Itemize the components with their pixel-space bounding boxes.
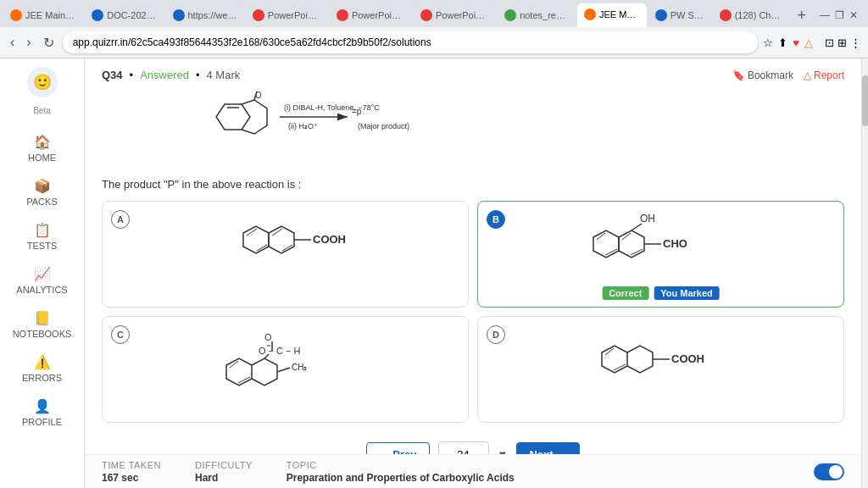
omnibox-bar: ‹ › ↻ ☆ ⬆ ♥ △ ⊡ ⊞ ⋮: [0, 27, 868, 58]
tab-ppt1[interactable]: PowerPoint Pres:: [246, 3, 328, 27]
meta-sep1: •: [130, 69, 134, 81]
topic-label: TOPIC: [287, 460, 515, 470]
bookmark-star-icon[interactable]: ☆: [763, 36, 773, 49]
tests-icon: 📋: [34, 222, 51, 238]
option-a[interactable]: A COOH: [102, 201, 469, 308]
notebooks-icon: 📒: [34, 310, 51, 326]
tab-ppt3[interactable]: PowerPoint Pres:: [414, 3, 496, 27]
svg-text:(ii) H₃O⁺: (ii) H₃O⁺: [288, 122, 318, 130]
report-button[interactable]: △ Report: [804, 69, 844, 81]
time-taken-label: TIME TAKEN: [102, 460, 161, 470]
svg-text:O: O: [255, 91, 262, 100]
restore-icon[interactable]: ❐: [835, 9, 844, 21]
split-icon[interactable]: ⊡: [825, 36, 834, 49]
topic-value: Preparation and Properties of Carboxylic…: [287, 472, 515, 484]
question-actions: 🔖 Bookmark △ Report: [732, 69, 844, 81]
sidebar-item-home[interactable]: 🏠 HOME: [4, 127, 81, 169]
app-container: 🙂 Beta 🏠 HOME 📦 PACKS 📋 TESTS 📈 ANALYTIC…: [0, 58, 868, 488]
beta-label: Beta: [33, 106, 51, 115]
svg-marker-12: [269, 226, 294, 253]
svg-text:CH₃: CH₃: [292, 363, 307, 372]
scrollbar-thumb[interactable]: [862, 75, 868, 126]
svg-text:COOH: COOH: [671, 352, 704, 365]
reload-button[interactable]: ↻: [40, 33, 58, 53]
options-grid: A COOH: [102, 201, 844, 423]
dropdown-icon[interactable]: ▼: [498, 448, 509, 455]
sidebar-label-errors: ERRORS: [22, 373, 62, 383]
address-bar[interactable]: [63, 31, 759, 53]
errors-icon: ⚠️: [34, 354, 51, 370]
option-b-svg: OH CHO: [568, 212, 754, 297]
close-icon[interactable]: ✕: [849, 9, 858, 21]
stats-row: TIME TAKEN 167 sec DIFFICULTY Hard TOPIC…: [85, 454, 861, 488]
report-label: Report: [814, 69, 844, 81]
bookmark-button[interactable]: 🔖 Bookmark: [732, 69, 793, 81]
sidebar-item-errors[interactable]: ⚠️ ERRORS: [4, 347, 81, 390]
main-panel: Q34 • Answered • 4 Mark 🔖 Bookmark △ Rep…: [85, 58, 861, 488]
question-header: Q34 • Answered • 4 Mark 🔖 Bookmark △ Rep…: [102, 69, 844, 81]
navigation-footer: ← Prev ▼ Next →: [102, 435, 844, 454]
sidebar-item-tests[interactable]: 📋 TESTS: [4, 215, 81, 258]
topic-toggle[interactable]: [814, 463, 844, 480]
sidebar-item-profile[interactable]: 👤 PROFILE: [4, 391, 81, 434]
tab-doc[interactable]: DOC-20230121·: [85, 3, 164, 27]
badges: Correct You Marked: [602, 286, 720, 300]
tab-pw[interactable]: PW Saarthi: [648, 3, 711, 27]
tab-notes[interactable]: notes_realtime_: [498, 3, 576, 27]
tab-bar: JEE Main 2022 ( DOC-20230121· https://we…: [0, 0, 868, 27]
minimize-icon[interactable]: —: [820, 9, 830, 21]
tab-jee-active[interactable]: JEE Main 20:: [577, 3, 647, 27]
sidebar-item-notebooks[interactable]: 📒 NOTEBOOKS: [4, 303, 81, 346]
option-d-label: D: [487, 325, 505, 344]
window-controls: — ❐ ✕: [813, 9, 865, 21]
tab-ppt2[interactable]: PowerPoint Pres:: [330, 3, 412, 27]
sidebar: 🙂 Beta 🏠 HOME 📦 PACKS 📋 TESTS 📈 ANALYTIC…: [0, 58, 85, 488]
sidebar-label-analytics: ANALYTICS: [16, 285, 67, 295]
content-area: Q34 • Answered • 4 Mark 🔖 Bookmark △ Rep…: [85, 58, 861, 454]
packs-icon: 📦: [34, 178, 51, 194]
share-icon[interactable]: ⬆: [778, 36, 787, 49]
bookmark-label: Bookmark: [748, 69, 793, 81]
sidebar-item-packs[interactable]: 📦 PACKS: [4, 171, 81, 214]
question-status: Answered: [140, 69, 189, 81]
tab-jee-main[interactable]: JEE Main 2022 (: [3, 3, 83, 27]
option-a-label: A: [111, 210, 130, 229]
home-icon: 🏠: [34, 134, 51, 150]
svg-line-37: [277, 368, 290, 372]
new-tab-button[interactable]: +: [792, 7, 811, 25]
next-button[interactable]: Next →: [516, 442, 580, 455]
sidebar-label-profile: PROFILE: [22, 417, 62, 427]
sidebar-label-home: HOME: [28, 152, 56, 163]
menu-icon[interactable]: ⋮: [850, 36, 861, 49]
bookmark-icon: 🔖: [732, 69, 745, 81]
topic-group: TOPIC Preparation and Properties of Carb…: [287, 460, 844, 484]
svg-marker-39: [602, 346, 627, 373]
question-mark: 4 Mark: [207, 69, 241, 81]
difficulty-label: DIFFICULTY: [195, 460, 253, 470]
tab-chem[interactable]: (128) Chemistry: [713, 3, 791, 27]
page-input[interactable]: [438, 441, 489, 454]
forward-button[interactable]: ›: [23, 33, 34, 52]
correct-badge: Correct: [602, 286, 648, 300]
heart-icon: ♥: [793, 36, 799, 49]
tab-web[interactable]: https://web.clas:: [166, 3, 244, 27]
option-d[interactable]: D COOH: [477, 316, 844, 423]
sidebar-item-analytics[interactable]: 📈 ANALYTICS: [4, 259, 81, 302]
prev-button[interactable]: ← Prev: [366, 442, 430, 455]
profile-icon: 👤: [34, 398, 51, 414]
scrollbar[interactable]: [861, 58, 868, 488]
marked-badge: You Marked: [654, 286, 720, 300]
omnibox-actions: ☆ ⬆ ♥ △: [763, 36, 813, 49]
difficulty-group: DIFFICULTY Hard: [195, 460, 253, 484]
back-button[interactable]: ‹: [7, 33, 18, 52]
svg-line-40: [605, 348, 614, 355]
svg-marker-21: [619, 230, 644, 258]
svg-text:CHO: CHO: [663, 237, 687, 250]
extensions-icon[interactable]: ⊞: [837, 36, 847, 49]
sidebar-label-notebooks: NOTEBOOKS: [13, 329, 72, 339]
option-a-svg: COOH: [209, 216, 362, 292]
svg-marker-33: [226, 358, 252, 385]
svg-text:OH: OH: [640, 213, 655, 225]
option-b[interactable]: B OH: [477, 201, 844, 308]
option-c[interactable]: C O O − C − H: [102, 316, 469, 423]
